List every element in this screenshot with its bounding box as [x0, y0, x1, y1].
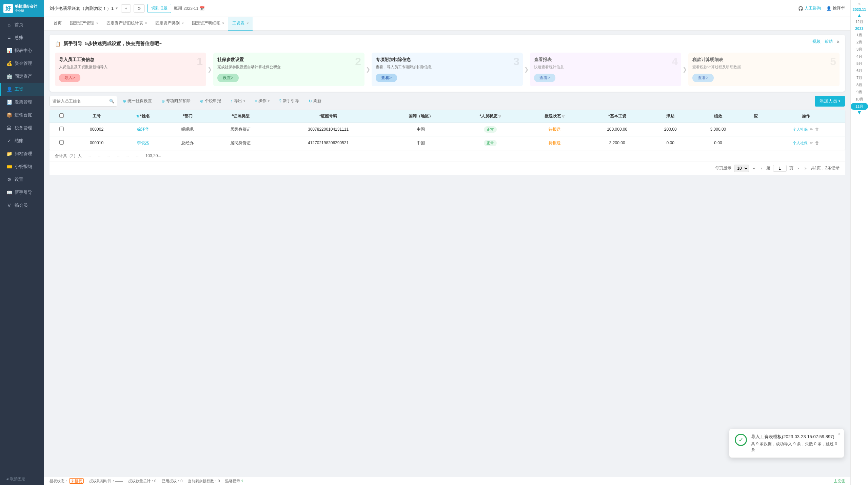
recharge-link[interactable]: 去充值 [834, 479, 845, 484]
guide-links: 视频 帮助 × [812, 39, 840, 44]
month-item-11[interactable]: 11月 [851, 103, 868, 110]
sidebar-item-home[interactable]: ⌂ 首页 [0, 18, 44, 31]
person-status-filter-icon[interactable]: ▽ [498, 114, 501, 118]
sidebar-toggle[interactable]: ◄ 取消固定 [0, 473, 44, 485]
row-1-id-no: 360782200104131111 [272, 123, 384, 136]
row-2-action-buttons: 个人社保 ✏ 🗑 [770, 141, 842, 146]
row-1-social-btn[interactable]: 个人社保 [793, 127, 808, 132]
month-item-9[interactable]: 9月 [851, 89, 868, 96]
tab-fixed-assets-mgmt[interactable]: 固定资产管理 × [66, 17, 102, 31]
step-btn-5[interactable]: 查看> [692, 74, 714, 82]
social-insurance-btn[interactable]: ⊕ 统一社保设置 [120, 97, 155, 105]
row-1-checkbox[interactable] [59, 127, 64, 131]
select-all-checkbox[interactable] [59, 113, 64, 118]
sidebar-item-settlement[interactable]: ✓ 结账 [0, 134, 44, 147]
sidebar-item-invoice[interactable]: 🧾 发票管理 [0, 96, 44, 109]
row-2-edit-icon[interactable]: ✏ [810, 141, 813, 145]
tab-depreciation[interactable]: 固定资产折旧统计表 × [102, 17, 151, 31]
guide-close-btn[interactable]: × [837, 39, 840, 44]
tab-home[interactable]: 首页 [50, 17, 66, 31]
sidebar-item-reports[interactable]: 📊 报表中心 [0, 44, 44, 57]
report-status-filter-icon[interactable]: ▽ [562, 114, 565, 118]
close-tab-fixed-assets-cat[interactable]: × [182, 21, 184, 25]
month-item-1[interactable]: 1月 [851, 32, 868, 39]
step-btn-3[interactable]: 查看> [376, 74, 397, 82]
month-item-12[interactable]: 12月 [851, 18, 868, 25]
service-btn[interactable]: 🎧 人工咨询 [798, 5, 821, 11]
sidebar-item-tax[interactable]: 🏛 税务管理 [0, 122, 44, 134]
export-btn[interactable]: ↑ 导出 ▾ [228, 97, 248, 105]
close-tab-payroll-table[interactable]: × [246, 21, 249, 25]
row-2-base-salary: 3,200.00 [586, 136, 648, 150]
month-item-6[interactable]: 6月 [851, 67, 868, 74]
refresh-btn[interactable]: ↻ 刷新 [306, 97, 324, 105]
row-2-checkbox[interactable] [59, 140, 64, 145]
per-page-select[interactable]: 10 20 50 [734, 165, 749, 172]
step-btn-2[interactable]: 设置> [217, 74, 239, 82]
switch-version-btn[interactable]: 切到旧版 [147, 4, 171, 13]
sidebar-item-guide[interactable]: 📖 新手引导 [0, 186, 44, 199]
sidebar-item-ledger[interactable]: ≡ 总账 [0, 31, 44, 44]
logo-icon: 好 [3, 4, 13, 13]
guide-video-link[interactable]: 视频 [812, 39, 821, 44]
guide-help-link[interactable]: 帮助 [825, 39, 833, 44]
right-panel-nav-up[interactable]: ▲ [857, 13, 862, 18]
month-item-2[interactable]: 2月 [851, 39, 868, 46]
tab-fixed-assets-cat[interactable]: 固定资产类别 × [151, 17, 188, 31]
toast-close-btn[interactable]: × [838, 432, 841, 436]
warning-icon: ℹ [241, 479, 243, 483]
home-icon: ⌂ [6, 22, 12, 27]
guide-arrow-4: ❯ [681, 53, 688, 86]
sidebar-item-fixed-assets[interactable]: 🏢 固定资产 [0, 70, 44, 83]
sidebar-item-member[interactable]: V 畅会员 [0, 199, 44, 212]
search-icon[interactable]: 🔍 [109, 99, 114, 104]
step-btn-4[interactable]: 查看> [534, 74, 555, 82]
page-number-input[interactable]: 1 [773, 165, 787, 172]
close-tab-depreciation[interactable]: × [145, 21, 147, 25]
calendar-icon[interactable]: 📅 [200, 6, 205, 11]
row-1-delete-icon[interactable]: 🗑 [815, 127, 819, 132]
auth-status-badge: 未授权 [69, 478, 84, 484]
tax-return-btn[interactable]: ⊕ 个税申报 [197, 97, 224, 105]
month-item-5[interactable]: 5月 [851, 60, 868, 67]
sidebar-item-stock[interactable]: 📦 进销台账 [0, 109, 44, 122]
deduction-btn[interactable]: ⊕ 专项附加扣除 [159, 97, 193, 105]
right-panel-nav-down[interactable]: ▼ [857, 110, 862, 115]
guide-action-btn[interactable]: ? 新手引导 [276, 97, 302, 105]
operation-btn[interactable]: ≡ 操作 ▾ [252, 97, 272, 105]
close-tab-fixed-assets-detail[interactable]: × [222, 21, 224, 25]
close-tab-fixed-assets-mgmt[interactable]: × [96, 21, 98, 25]
last-page-btn[interactable]: » [803, 165, 808, 171]
settings-btn[interactable]: ⚙ [134, 4, 145, 13]
tab-payroll-table[interactable]: 工资表 × [228, 17, 253, 31]
month-item-7[interactable]: 7月 [851, 74, 868, 81]
prev-page-btn[interactable]: ‹ [760, 165, 764, 171]
add-person-btn[interactable]: 添加人员 ▾ [815, 96, 845, 107]
sidebar-item-payroll[interactable]: 👤 工资 [0, 83, 44, 96]
sidebar-item-settings[interactable]: ⚙ 设置 [0, 173, 44, 186]
tab-fixed-assets-detail[interactable]: 固定资产明细账 × [188, 17, 229, 31]
topbar: 刘小艳演示账套（勿删勿动！）1 ▼ + ⚙ 切到旧版 账期 2023-11 📅 … [44, 0, 850, 17]
sidebar-item-expense[interactable]: 💳 小畅报销 [0, 160, 44, 173]
right-panel-collapse[interactable]: « [858, 1, 861, 6]
month-item-4[interactable]: 4月 [851, 53, 868, 60]
user-menu[interactable]: 👤 徐泽华 [826, 5, 845, 11]
row-1-name-link[interactable]: 徐泽华 [137, 127, 149, 132]
sidebar-item-funds[interactable]: 💰 资金管理 [0, 57, 44, 70]
first-page-btn[interactable]: « [752, 165, 757, 171]
sidebar-item-archive[interactable]: 📁 归档管理 [0, 147, 44, 160]
month-item-10[interactable]: 10月 [851, 96, 868, 103]
row-2-name-link[interactable]: 李俊杰 [137, 141, 149, 145]
row-2-social-btn[interactable]: 个人社保 [793, 141, 808, 146]
add-btn-arrow: ▾ [839, 99, 840, 103]
account-dropdown-arrow[interactable]: ▼ [115, 6, 118, 10]
step-btn-1[interactable]: 导入> [59, 74, 80, 82]
month-item-8[interactable]: 8月 [851, 81, 868, 89]
add-account-btn[interactable]: + [121, 4, 131, 13]
year-item-2023[interactable]: 2023 [851, 25, 868, 32]
next-page-btn[interactable]: › [796, 165, 800, 171]
search-input[interactable] [53, 99, 109, 104]
month-item-3[interactable]: 3月 [851, 46, 868, 53]
row-1-edit-icon[interactable]: ✏ [810, 127, 813, 132]
row-2-delete-icon[interactable]: 🗑 [815, 141, 819, 145]
